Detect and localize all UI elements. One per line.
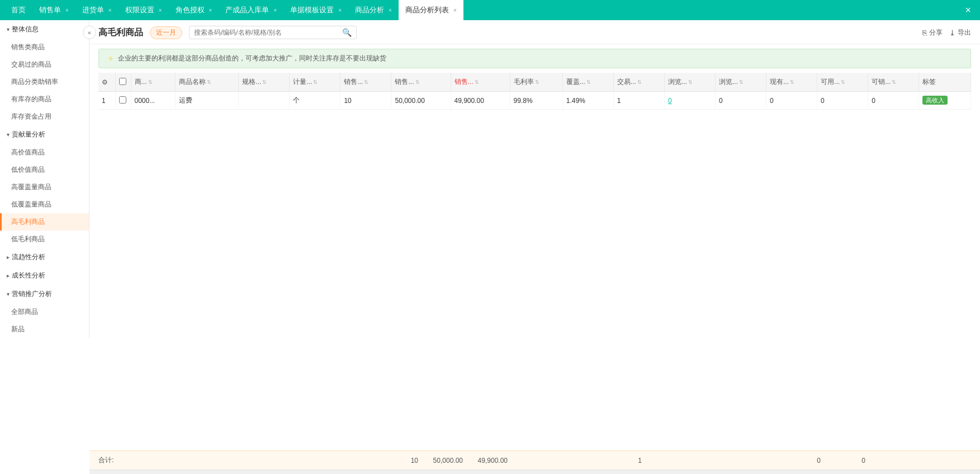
col-current-stock[interactable]: 现有...⇅ <box>766 73 817 92</box>
sidebar-item-low-coverage[interactable]: 低覆盖量商品 <box>0 196 89 213</box>
content-area: 高毛利商品 近一月 🔍 ⎘ 分享 ⤓ 导出 ✧ 企业的主要的利润都是这部分商品创… <box>89 20 980 474</box>
info-banner: ✧ 企业的主要的利润都是这部分商品创造的，可考虑加大推广，同时关注库存是不要出现… <box>98 49 971 68</box>
col-coverage[interactable]: 覆盖...⇅ <box>562 73 613 92</box>
content-header: 高毛利商品 近一月 🔍 ⎘ 分享 ⤓ 导出 <box>89 20 980 44</box>
horizontal-scrollbar[interactable] <box>89 470 980 474</box>
sidebar-item-sales-goods[interactable]: 销售类商品 <box>0 39 89 56</box>
footer-sales-profit: 49,900.00 <box>466 457 511 464</box>
col-sales-profit[interactable]: 销售...⇅ <box>451 73 510 92</box>
nav-permission-settings[interactable]: 权限设置 × <box>119 0 169 20</box>
filter-period-button[interactable]: 近一月 <box>150 26 182 39</box>
sidebar-item-high-margin[interactable]: 高毛利商品 <box>0 213 89 231</box>
sidebar-group-overall[interactable]: ▾ 整体信息 <box>0 20 89 39</box>
sidebar-group-marketing[interactable]: ▾ 营销推广分析 <box>0 285 89 303</box>
sidebar-item-all-goods[interactable]: 全部商品 <box>0 303 89 321</box>
cell-sales-qty: 10 <box>340 92 391 110</box>
cell-checkbox[interactable] <box>115 92 131 110</box>
sort-icon: ⇅ <box>364 79 368 85</box>
info-icon: ✧ <box>108 55 113 63</box>
sidebar-item-low-value[interactable]: 低价值商品 <box>0 161 89 179</box>
cell-browse1[interactable]: 0 <box>664 92 715 110</box>
sidebar-item-in-stock-goods[interactable]: 有库存的商品 <box>0 91 89 108</box>
select-all-checkbox[interactable] <box>119 78 126 85</box>
sidebar-group-growth[interactable]: ▸ 成长性分析 <box>0 266 89 285</box>
col-code[interactable]: 商...⇅ <box>131 73 175 92</box>
search-input[interactable] <box>194 29 339 36</box>
sidebar-group-contribution[interactable]: ▾ 贡献量分析 <box>0 125 89 144</box>
nav-product-analysis[interactable]: 商品分析 × <box>348 0 399 20</box>
nav-sales-order[interactable]: 销售单 × <box>32 0 75 20</box>
chevron-down-icon: ▾ <box>7 291 10 297</box>
nav-role-auth[interactable]: 角色授权 × <box>169 0 219 20</box>
cell-sales-amount: 50,000.00 <box>391 92 451 110</box>
col-settings[interactable]: ⚙ <box>98 73 115 92</box>
nav-template-settings[interactable]: 单据模板设置 × <box>283 0 348 20</box>
col-name[interactable]: 商品名称⇅ <box>175 73 238 92</box>
close-icon[interactable]: × <box>389 7 392 13</box>
main-layout: ▾ 整体信息 销售类商品 交易过的商品 商品分类助销率 有库存的商品 库存资金占… <box>0 20 980 474</box>
footer-totals-bar: 合计: 10 50,000.00 49,900.00 1 0 0 <box>89 450 980 470</box>
sidebar-collapse-button[interactable]: « <box>83 26 96 39</box>
close-icon[interactable]: × <box>453 7 457 13</box>
footer-available: 0 <box>779 457 824 464</box>
sidebar-item-high-value[interactable]: 高价值商品 <box>0 144 89 161</box>
table-header-row: ⚙ 商...⇅ 商品名称⇅ 规格...⇅ 计量...⇅ 销售...⇅ 销售...… <box>98 73 971 92</box>
col-salable[interactable]: 可销...⇅ <box>868 73 919 92</box>
nav-product-analysis-list[interactable]: 商品分析列表 × <box>399 0 463 20</box>
col-transaction[interactable]: 交易...⇅ <box>613 73 664 92</box>
sort-icon: ⇅ <box>535 79 539 85</box>
cell-name: 运费 <box>175 92 238 110</box>
sort-icon: ⇅ <box>790 79 794 85</box>
sidebar-item-new-goods[interactable]: 新品 <box>0 321 89 338</box>
col-spec[interactable]: 规格...⇅ <box>239 73 290 92</box>
col-gross-rate[interactable]: 毛利率⇅ <box>510 73 562 92</box>
export-icon: ⤓ <box>949 29 955 37</box>
sidebar-item-high-coverage[interactable]: 高覆盖量商品 <box>0 179 89 196</box>
col-available-stock[interactable]: 可用...⇅ <box>817 73 868 92</box>
nav-purchase-order[interactable]: 进货单 × <box>75 0 119 20</box>
col-browse2[interactable]: 浏览...⇅ <box>715 73 766 92</box>
sidebar-item-traded-goods[interactable]: 交易过的商品 <box>0 56 89 73</box>
col-checkbox <box>115 73 131 92</box>
cell-index: 1 <box>98 92 115 110</box>
close-icon[interactable]: × <box>108 7 112 13</box>
search-box: 🔍 <box>189 26 357 39</box>
footer-salable: 0 <box>824 457 869 464</box>
sidebar-item-stock-capital[interactable]: 库存资金占用 <box>0 108 89 125</box>
sort-icon: ⇅ <box>415 79 420 85</box>
chevron-down-icon: ▾ <box>7 132 10 138</box>
col-sales-amount[interactable]: 销售...⇅ <box>391 73 451 92</box>
close-icon[interactable]: × <box>65 7 69 13</box>
close-all-button[interactable]: × <box>960 4 976 16</box>
col-tag: 标签 <box>919 73 971 92</box>
col-browse1[interactable]: 浏览...⇅ <box>664 73 715 92</box>
sort-icon: ⇅ <box>475 79 479 85</box>
sort-icon: ⇅ <box>688 79 693 85</box>
nav-product-warehousing[interactable]: 产成品入库单 × <box>219 0 283 20</box>
chevron-right-icon: ▸ <box>7 254 10 260</box>
cell-gross-rate: 99.8% <box>510 92 562 110</box>
sort-icon: ⇅ <box>739 79 744 85</box>
sort-icon: ⇅ <box>207 79 211 85</box>
search-icon[interactable]: 🔍 <box>342 28 352 37</box>
cell-coverage: 1.49% <box>562 92 613 110</box>
export-button[interactable]: ⤓ 导出 <box>949 28 971 37</box>
close-icon[interactable]: × <box>209 7 212 13</box>
nav-home[interactable]: 首页 <box>4 0 32 20</box>
col-sales-qty[interactable]: 销售...⇅ <box>340 73 391 92</box>
sidebar-item-low-margin[interactable]: 低毛利商品 <box>0 231 89 248</box>
sidebar-item-category-assist[interactable]: 商品分类助销率 <box>0 73 89 91</box>
close-icon[interactable]: × <box>159 7 162 13</box>
cell-tag: 高收入 <box>919 92 971 110</box>
chevron-right-icon: ▸ <box>7 273 10 279</box>
col-unit[interactable]: 计量...⇅ <box>290 73 340 92</box>
sidebar-group-trend[interactable]: ▸ 流趋性分析 <box>0 248 89 266</box>
share-button[interactable]: ⎘ 分享 <box>922 28 943 37</box>
close-icon[interactable]: × <box>273 7 277 13</box>
cell-current-stock: 0 <box>766 92 817 110</box>
sort-icon: ⇅ <box>262 79 267 85</box>
cell-spec <box>239 92 290 110</box>
cell-transaction: 1 <box>613 92 664 110</box>
sort-icon: ⇅ <box>637 79 642 85</box>
close-icon[interactable]: × <box>338 7 342 13</box>
